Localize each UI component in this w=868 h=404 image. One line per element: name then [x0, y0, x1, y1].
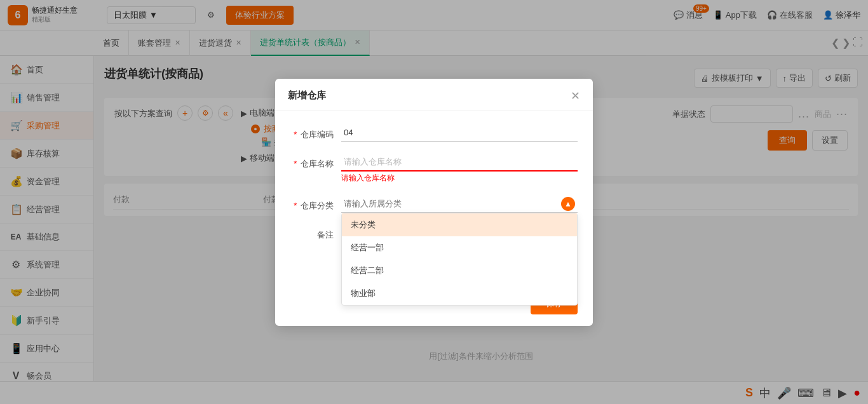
dropdown-item-0[interactable]: 未分类: [342, 213, 577, 236]
dialog-title: 新增仓库: [288, 90, 326, 102]
code-input[interactable]: [341, 124, 578, 142]
dialog-body: * 仓库编码 * 仓库名称 请输入仓库名称 *: [275, 111, 593, 286]
name-label: * 仓库名称: [290, 153, 341, 170]
code-label: * 仓库编码: [290, 124, 341, 140]
form-row-code: * 仓库编码: [290, 124, 578, 142]
dropdown-item-2[interactable]: 经营二部: [342, 259, 577, 282]
name-input[interactable]: [341, 153, 578, 172]
dropdown-item-1[interactable]: 经营一部: [342, 236, 577, 259]
category-select-wrapper: ▲ 未分类 经营一部 经营二部 物业部: [341, 195, 578, 213]
note-label: 备注: [290, 224, 341, 241]
category-input[interactable]: [341, 195, 578, 213]
dialog-header: 新增仓库 ✕: [275, 79, 593, 111]
overlay: 新增仓库 ✕ * 仓库编码 * 仓库名称 请输入仓库名称: [0, 0, 868, 404]
form-row-name: * 仓库名称 请输入仓库名称: [290, 153, 578, 184]
category-dropdown: 未分类 经营一部 经营二部 物业部: [341, 213, 578, 306]
dropdown-item-3[interactable]: 物业部: [342, 282, 577, 305]
form-row-category: * 仓库分类 ▲ 未分类 经营一部 经营二部 物业部: [290, 195, 578, 213]
add-warehouse-dialog: 新增仓库 ✕ * 仓库编码 * 仓库名称 请输入仓库名称: [275, 79, 593, 326]
category-label: * 仓库分类: [290, 195, 341, 212]
dialog-close-button[interactable]: ✕: [571, 89, 580, 103]
name-error-msg: 请输入仓库名称: [341, 173, 578, 184]
category-up-icon[interactable]: ▲: [561, 197, 575, 211]
